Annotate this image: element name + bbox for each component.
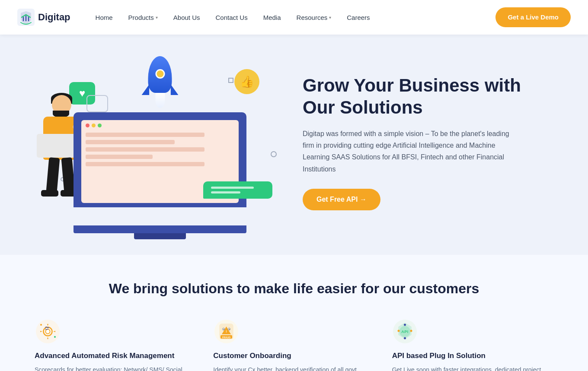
hero-title: Grow Your Business with Our Solutions [303,75,553,118]
svg-text:!: ! [226,330,227,333]
chat-bubble-green [203,181,272,199]
hero-illustration: ♥ [35,52,285,233]
nav-item-contact[interactable]: Contact Us [208,14,255,21]
screen-dots [81,120,239,129]
dot-green [98,124,102,127]
svg-point-15 [229,329,230,330]
svg-text:API: API [401,330,409,334]
rocket-body [148,56,172,93]
feature-card-api: API API based Plug In Solution Get Live … [392,318,553,371]
feature-card-onboarding: ! FRAUD Customer Onboarding Identify you… [213,318,374,371]
logo-text: Digitap [38,12,70,23]
features-heading: We bring solutions to make life easier f… [35,281,553,297]
svg-point-4 [45,329,50,333]
screen-content-lines [81,129,239,170]
hero-text-area: Grow Your Business with Our Solutions Di… [303,75,553,210]
feature-title-api: API based Plug In Solution [392,351,553,361]
screen-line-3 [86,147,205,152]
nav-links: Home Products ▾ About Us Contact Us Medi… [88,14,496,21]
laptop-stand [134,233,186,239]
logo[interactable]: Digitap [17,9,70,26]
svg-point-20 [410,330,412,332]
resources-chevron-icon: ▾ [329,15,331,20]
rocket-illustration [148,56,172,108]
rocket-fin-right [171,84,179,95]
screen-line-4 [86,155,153,159]
risk-icon-wrap [35,318,61,344]
feature-desc-risk: Scorecards for better evaluation: Networ… [35,365,196,371]
hero-description: Digitap was formed with a simple vision … [303,128,510,175]
nav-item-media[interactable]: Media [256,14,289,21]
person-shoe-left [41,190,58,197]
deco-circle [271,151,277,157]
thumbs-up-bubble: 👍 [234,69,259,94]
feature-card-risk: Advanced Automated Risk Management Score… [35,318,196,371]
svg-point-21 [404,323,406,326]
chat-line-2 [211,191,240,193]
risk-management-icon [36,320,60,343]
laptop-base [74,225,246,233]
nav-item-resources[interactable]: Resources ▾ [289,14,339,21]
navbar: Digitap Home Products ▾ About Us Contact… [0,0,588,35]
rocket-flame [155,93,165,108]
feature-title-risk: Advanced Automated Risk Management [35,351,196,361]
feature-title-onboarding: Customer Onboarding [213,351,374,361]
dot-yellow [92,124,96,127]
laptop-illustration [74,112,246,233]
svg-point-14 [223,329,224,330]
get-free-api-button[interactable]: Get Free API → [303,189,380,210]
features-section: We bring solutions to make life easier f… [0,255,588,371]
svg-point-6 [54,336,56,338]
nav-item-careers[interactable]: Careers [339,14,377,21]
rocket-fin-left [142,84,150,95]
features-grid: Advanced Automated Risk Management Score… [35,318,553,371]
dot-red [86,124,89,127]
svg-text:FRAUD: FRAUD [222,336,230,338]
screen-line-1 [86,133,205,137]
screen-line-5 [86,162,205,166]
hero-section: ♥ [0,35,588,255]
chat-line-1 [211,187,254,189]
rocket-window [155,69,165,79]
nav-item-products[interactable]: Products ▾ [121,14,166,21]
svg-point-19 [398,330,400,332]
deco-square [228,78,233,83]
person-leg-left [46,157,60,193]
customer-onboarding-icon: ! FRAUD [214,320,238,343]
svg-point-22 [404,337,406,339]
api-icon-wrap: API [392,318,418,344]
feature-desc-onboarding: Identify your Cx better, backend verific… [213,365,374,371]
api-solution-icon: API [393,320,417,343]
logo-icon [17,9,35,26]
onboarding-icon-wrap: ! FRAUD [213,318,239,344]
get-live-demo-button[interactable]: Get a Live Demo [495,7,571,27]
feature-desc-api: Get Live soon with faster integrations, … [392,365,553,371]
products-chevron-icon: ▾ [156,15,158,20]
screen-line-2 [86,140,175,144]
person-leg-right [61,157,75,193]
svg-point-5 [40,324,42,326]
person-laptop [37,134,76,158]
nav-item-home[interactable]: Home [88,14,121,21]
nav-item-about[interactable]: About Us [166,14,208,21]
